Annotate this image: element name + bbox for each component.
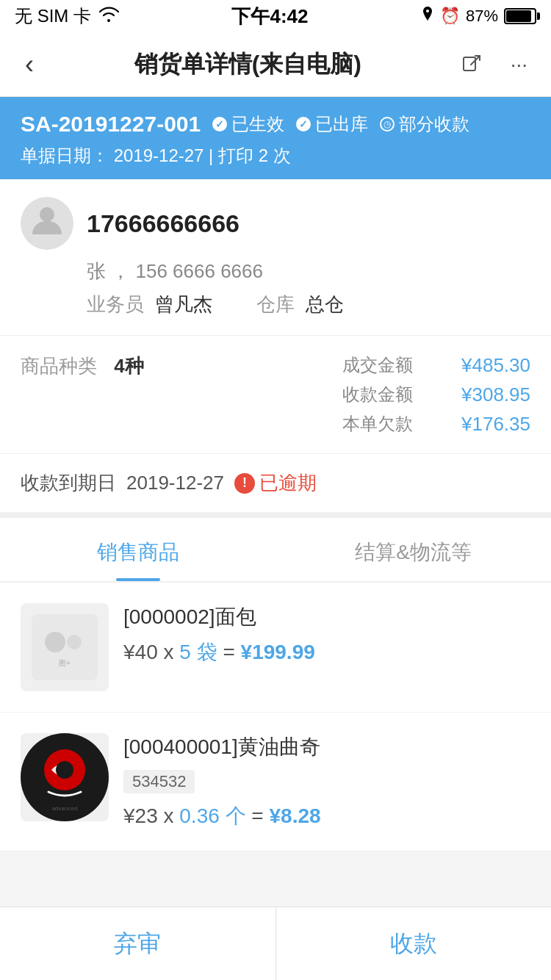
page-title: 销货单详情(来自电脑) [41,48,455,81]
product-price-bread: ¥40 x 5 袋 = ¥199.99 [123,638,530,666]
svg-text:advanced: advanced [52,805,78,812]
tab-settlement-logistics[interactable]: 结算&物流等 [276,518,551,581]
wifi-icon [98,6,119,26]
stats-left: 商品种类 4种 [21,353,144,379]
svg-rect-3 [32,614,98,680]
order-date: 单据日期： 2019-12-27 | 打印 2 次 [21,144,530,167]
product-item: 图+ [0000002]面包 ¥40 x 5 袋 = ¥199.99 [0,583,551,713]
check-icon-2: ✓ [296,117,311,131]
status-effective: ✓ 已生效 [212,112,284,136]
tabs: 销售商品 结算&物流等 [0,518,551,583]
due-date-value: 2019-12-27 [126,472,224,494]
received-amount-row: 收款金额 ¥308.95 [342,383,530,406]
product-item: advanced [000400001]黄油曲奇 534532 ¥23 x 0.… [0,713,551,851]
status-left: 无 SIM 卡 [15,4,119,28]
status-shipped: ✓ 已出库 [296,112,368,136]
product-info-cookie: [000400001]黄油曲奇 534532 ¥23 x 0.36 个 = ¥8… [123,733,530,830]
nav-bar: ‹ 销货单详情(来自电脑) ··· [0,32,551,97]
svg-point-2 [40,207,54,222]
battery-icon [504,8,536,24]
svg-point-5 [67,635,82,649]
warehouse-info: 仓库 总仓 [256,292,344,317]
cancel-review-button[interactable]: 弃审 [0,907,276,980]
order-id: SA-20191227-001 [21,112,201,137]
order-header: SA-20191227-001 ✓ 已生效 ✓ 已出库 ◷ 部分收款 单据日期：… [0,97,551,179]
svg-text:图+: 图+ [59,659,71,667]
product-batch: 534532 [123,768,530,802]
product-info-bread: [0000002]面包 ¥40 x 5 袋 = ¥199.99 [123,603,530,666]
clock-icon: ◷ [380,117,395,131]
tab-sales-products[interactable]: 销售商品 [0,518,276,581]
product-name-cookie: [000400001]黄油曲奇 [123,733,530,761]
svg-point-4 [45,632,65,652]
customer-info: 张 ， 156 6666 6666 [87,259,530,284]
status-bar: 无 SIM 卡 下午4:42 ⏰ 87% [0,0,551,32]
svg-rect-1 [464,57,475,71]
customer-meta: 业务员 曾凡杰 仓库 总仓 [87,292,530,317]
product-type-stat: 商品种类 4种 [21,353,144,379]
svg-point-0 [426,10,429,12]
product-name-bread: [0000002]面包 [123,603,530,631]
svg-point-9 [56,761,73,779]
more-icon[interactable]: ··· [505,47,533,82]
overdue-text: 已逾期 [259,470,317,496]
battery-percentage: 87% [466,7,498,26]
status-partial-payment: ◷ 部分收款 [380,112,469,136]
overdue-icon: ! [234,473,255,494]
avatar [21,197,73,250]
back-button[interactable]: ‹ [18,42,41,87]
alarm-icon: ⏰ [440,7,460,26]
products-section: 图+ [0000002]面包 ¥40 x 5 袋 = ¥199.99 [0,583,551,851]
debt-amount-row: 本单欠款 ¥176.35 [342,412,530,436]
customer-account-id: 17666666666 [87,209,240,238]
status-right: ⏰ 87% [421,6,536,26]
share-icon[interactable] [455,44,490,84]
product-thumb-bread: 图+ [21,603,109,691]
stats-right: 成交金额 ¥485.30 收款金额 ¥308.95 本单欠款 ¥176.35 [342,353,530,436]
transaction-amount-row: 成交金额 ¥485.30 [342,353,530,377]
overdue-badge: ! 已逾期 [234,470,317,496]
product-thumb-cookie: advanced [21,733,109,821]
due-date-section: 收款到期日 2019-12-27 ! 已逾期 [0,454,551,518]
avatar-icon [29,201,65,246]
due-date-label: 收款到期日 [21,470,116,496]
check-icon-1: ✓ [212,117,227,131]
nav-actions: ··· [455,44,533,84]
salesperson-info: 业务员 曾凡杰 [87,292,212,317]
status-time: 下午4:42 [231,4,308,29]
collect-payment-button[interactable]: 收款 [276,907,552,980]
stats-section: 商品种类 4种 成交金额 ¥485.30 收款金额 ¥308.95 本单欠款 ¥… [0,336,551,454]
product-price-cookie: ¥23 x 0.36 个 = ¥8.28 [123,802,530,830]
carrier-text: 无 SIM 卡 [15,4,91,28]
bottom-bar: 弃审 收款 [0,907,551,980]
customer-section: 17666666666 张 ， 156 6666 6666 业务员 曾凡杰 仓库… [0,179,551,336]
location-icon [421,6,434,26]
